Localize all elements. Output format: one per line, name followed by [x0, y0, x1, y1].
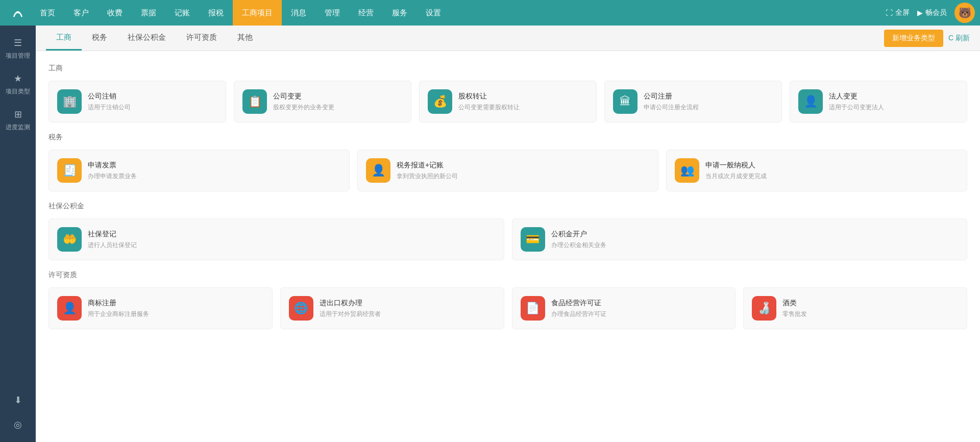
card-icon: 👤	[372, 164, 385, 177]
card-desc: 办理食品经营许可证	[551, 310, 727, 318]
tab-bar-actions: 新增业务类型 C 刷新	[884, 30, 970, 47]
tab-bar: 工商税务社保公积金许可资质其他 新增业务类型 C 刷新	[36, 26, 980, 51]
card-icon: 📄	[526, 302, 540, 315]
vip-button[interactable]: ▶ 畅会员	[917, 8, 947, 17]
fullscreen-button[interactable]: ⛶ 全屏	[886, 8, 910, 17]
vip-label: 畅会员	[925, 8, 947, 17]
card-title: 公积金开户	[551, 230, 959, 239]
card-desc: 零售批发	[782, 310, 959, 318]
tab-工商[interactable]: 工商	[46, 26, 82, 51]
card-商标注册[interactable]: 👤 商标注册 用于企业商标注册服务	[48, 287, 273, 329]
card-icon-wrap: 🏢	[57, 89, 82, 114]
sidebar-item-项目类型[interactable]: ★ 项目类型	[0, 66, 36, 102]
cards-grid-工商: 🏢 公司注销 适用于注销公司 📋 公司变更 股权变更外的业务变更 💰 股权转让 …	[48, 81, 967, 122]
section-title-社保公积金: 社保公积金	[48, 202, 967, 211]
card-icon-wrap: 📄	[521, 296, 545, 321]
nav-item-客户[interactable]: 客户	[64, 0, 98, 26]
card-info: 股权转让 公司变更需要股权转让	[458, 92, 588, 112]
mascot-avatar[interactable]: 🐻	[954, 3, 975, 23]
card-食品经营许可证[interactable]: 📄 食品经营许可证 办理食品经营许可证	[512, 287, 736, 329]
nav-item-票据[interactable]: 票据	[132, 0, 165, 26]
content-body: 工商 🏢 公司注销 适用于注销公司 📋 公司变更 股权变更外的业务变更 💰 股权…	[36, 51, 980, 442]
sidebar-bottom-item[interactable]: ⬇	[0, 388, 36, 412]
card-title: 公司注册	[644, 92, 773, 101]
card-icon: 🏢	[63, 95, 77, 108]
nav-item-记账[interactable]: 记账	[165, 0, 199, 26]
card-社保登记[interactable]: 🤲 社保登记 进行人员社保登记	[48, 218, 504, 260]
card-icon-wrap: 🏛	[613, 89, 638, 114]
card-公积金开户[interactable]: 💳 公积金开户 办理公积金相关业务	[512, 218, 968, 260]
card-title: 公司变更	[273, 92, 403, 101]
sidebar-label: 项目管理	[6, 52, 30, 60]
card-title: 商标注册	[88, 299, 264, 308]
card-desc: 公司变更需要股权转让	[458, 103, 588, 112]
nav-item-首页[interactable]: 首页	[31, 0, 64, 26]
nav-item-管理[interactable]: 管理	[315, 0, 349, 26]
card-icon: 📋	[248, 95, 262, 108]
card-icon: 🤲	[63, 233, 77, 246]
section-title-许可资质: 许可资质	[48, 271, 967, 280]
nav-item-服务[interactable]: 服务	[383, 0, 416, 26]
card-desc: 办理公积金相关业务	[551, 241, 959, 250]
card-title: 酒类	[782, 299, 959, 308]
nav-item-设置[interactable]: 设置	[416, 0, 450, 26]
card-info: 进出口权办理 适用于对外贸易经营者	[320, 299, 496, 318]
app-logo[interactable]	[5, 0, 31, 26]
card-title: 申请一般纳税人	[705, 161, 959, 170]
sidebar-bottom-item[interactable]: ◎	[0, 412, 36, 437]
cards-grid-许可资质: 👤 商标注册 用于企业商标注册服务 🌐 进出口权办理 适用于对外贸易经营者 📄 …	[48, 287, 967, 329]
card-title: 股权转让	[458, 92, 588, 101]
cards-grid-税务: 🧾 申请发票 办理申请发票业务 👤 税务报道+记账 拿到营业执照的新公司 👥 申…	[48, 150, 967, 191]
card-info: 商标注册 用于企业商标注册服务	[88, 299, 264, 318]
sidebar-bottom-icon: ◎	[12, 419, 24, 431]
card-info: 税务报道+记账 拿到营业执照的新公司	[397, 161, 650, 181]
sidebar-icon: ⊞	[12, 108, 24, 120]
card-公司注册[interactable]: 🏛 公司注册 申请公司注册全流程	[604, 81, 782, 122]
card-info: 食品经营许可证 办理食品经营许可证	[551, 299, 727, 318]
card-税务报道+记账[interactable]: 👤 税务报道+记账 拿到营业执照的新公司	[357, 150, 658, 191]
card-申请发票[interactable]: 🧾 申请发票 办理申请发票业务	[48, 150, 350, 191]
card-icon-wrap: 🧾	[57, 158, 82, 183]
card-desc: 适用于公司变更法人	[829, 103, 959, 112]
card-title: 食品经营许可证	[551, 299, 727, 308]
card-info: 申请一般纳税人 当月或次月成变更完成	[705, 161, 959, 181]
tab-许可资质[interactable]: 许可资质	[176, 26, 227, 51]
content-area: 工商税务社保公积金许可资质其他 新增业务类型 C 刷新 工商 🏢 公司注销 适用…	[36, 26, 980, 442]
nav-item-经营[interactable]: 经营	[349, 0, 383, 26]
card-公司变更[interactable]: 📋 公司变更 股权变更外的业务变更	[234, 81, 411, 122]
card-申请一般纳税人[interactable]: 👥 申请一般纳税人 当月或次月成变更完成	[666, 150, 967, 191]
card-icon-wrap: 💳	[521, 227, 545, 252]
sidebar-item-项目管理[interactable]: ☰ 项目管理	[0, 31, 36, 66]
refresh-button[interactable]: C 刷新	[948, 34, 970, 43]
card-icon-wrap: 💰	[428, 89, 452, 114]
nav-item-收费[interactable]: 收费	[98, 0, 132, 26]
card-法人变更[interactable]: 👤 法人变更 适用于公司变更法人	[790, 81, 967, 122]
card-title: 进出口权办理	[320, 299, 496, 308]
card-icon-wrap: 👤	[366, 158, 390, 183]
sidebar-item-进度监测[interactable]: ⊞ 进度监测	[0, 102, 36, 138]
card-icon-wrap: 🍶	[752, 296, 776, 321]
nav-item-报税[interactable]: 报税	[199, 0, 233, 26]
card-公司注销[interactable]: 🏢 公司注销 适用于注销公司	[48, 81, 226, 122]
card-进出口权办理[interactable]: 🌐 进出口权办理 适用于对外贸易经营者	[280, 287, 504, 329]
card-icon: 👤	[63, 302, 77, 315]
tab-其他[interactable]: 其他	[227, 26, 263, 51]
card-股权转让[interactable]: 💰 股权转让 公司变更需要股权转让	[419, 81, 597, 122]
card-title: 税务报道+记账	[397, 161, 650, 170]
sidebar-bottom-icon: ⬇	[12, 394, 24, 406]
vip-icon: ▶	[917, 9, 923, 17]
tab-税务[interactable]: 税务	[82, 26, 117, 51]
nav-item-工商项目[interactable]: 工商项目	[233, 0, 282, 26]
card-title: 社保登记	[88, 230, 496, 239]
card-desc: 进行人员社保登记	[88, 241, 496, 250]
cards-grid-社保公积金: 🤲 社保登记 进行人员社保登记 💳 公积金开户 办理公积金相关业务	[48, 218, 967, 260]
card-desc: 办理申请发票业务	[88, 172, 341, 181]
card-icon: 🏛	[620, 95, 631, 108]
card-desc: 用于企业商标注册服务	[88, 310, 264, 318]
tab-社保公积金[interactable]: 社保公积金	[117, 26, 176, 51]
new-type-button[interactable]: 新增业务类型	[884, 30, 943, 47]
card-酒类[interactable]: 🍶 酒类 零售批发	[743, 287, 967, 329]
top-navigation: 首页客户收费票据记账报税工商项目消息管理经营服务设置 ⛶ 全屏 ▶ 畅会员 🐻	[0, 0, 980, 26]
sidebar-icon: ☰	[12, 37, 24, 49]
nav-item-消息[interactable]: 消息	[282, 0, 315, 26]
